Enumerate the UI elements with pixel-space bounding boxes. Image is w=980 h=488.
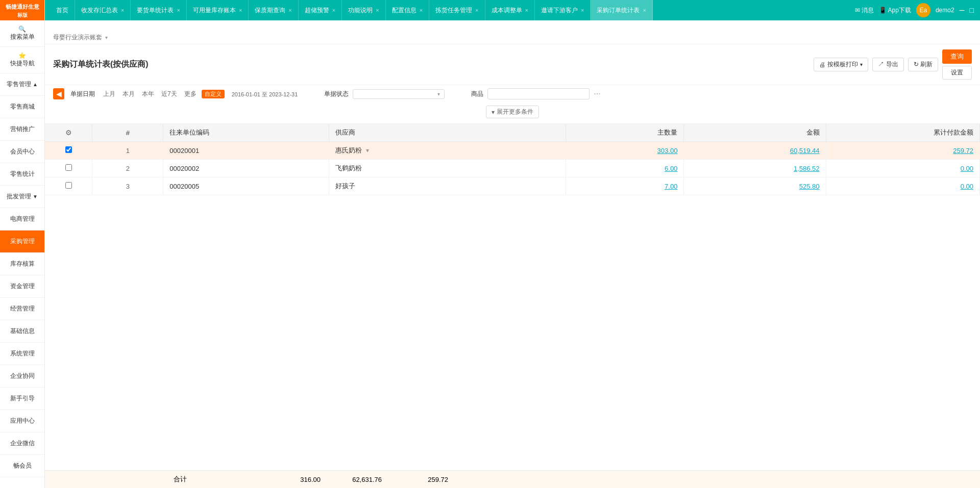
row-qty[interactable]: 6.00 [566,160,684,177]
minimize-icon[interactable]: ─ [960,6,965,14]
sidebar-item-search[interactable]: 🔍 搜索菜单 [0,20,44,47]
sidebar-item-ecommerce[interactable]: 电商管理 [0,208,44,230]
sidebar-item-system[interactable]: 系统管理 [0,343,44,365]
close-icon-expiry-query[interactable]: × [288,7,291,13]
close-icon-collect-pay[interactable]: × [121,7,124,13]
status-filter-label: 单据状态 [324,90,349,98]
row-check-input[interactable] [65,164,72,171]
row-amount[interactable]: 1,586.52 [684,160,826,177]
sidebar-item-enterprise-wechat[interactable]: 企业微信 [0,432,44,455]
close-icon-config-info[interactable]: × [420,7,423,13]
sidebar-item-retail-stats[interactable]: 零售统计 [0,163,44,186]
query-btn[interactable]: 查询 [942,49,972,64]
user-avatar[interactable]: Ea [916,3,930,17]
tab-collect-pay[interactable]: 收发存汇总表 × [75,0,131,20]
table-row[interactable]: 2 00020002 飞鹤奶粉 6.00 1,586.52 0.00 [45,160,980,177]
row-check-input[interactable] [65,146,72,153]
sidebar-item-retail-mgmt[interactable]: 零售管理 ▲ [0,73,44,96]
goods-input[interactable] [487,88,590,99]
close-icon-purchase-stats[interactable]: × [643,7,646,13]
row-paid[interactable]: 259.72 [826,142,979,160]
row-amount[interactable]: 60,519.44 [684,142,826,160]
sidebar-item-enterprise-collab[interactable]: 企业协同 [0,365,44,388]
close-icon-function-desc[interactable]: × [376,7,379,13]
date-option-this-month[interactable]: 本月 [120,89,137,99]
close-icon-cost-adjust[interactable]: × [525,7,528,13]
row-checkbox[interactable] [45,142,92,160]
sidebar-item-new-guide[interactable]: 新手引导 [0,388,44,410]
sidebar-item-marketing[interactable]: 营销推广 [0,118,44,141]
close-icon-available-stock[interactable]: × [239,7,242,13]
collapse-btn[interactable]: ◀ [53,88,64,99]
row-check-input[interactable] [65,182,72,189]
sidebar-item-operations[interactable]: 经营管理 [0,298,44,320]
tab-expiry-query[interactable]: 保质期查询 × [249,0,298,20]
tab-home[interactable]: 首页 [50,0,75,20]
sidebar-item-app-center[interactable]: 应用中心 [0,410,44,432]
sidebar-item-wholesale[interactable]: 批发管理 ▼ [0,186,44,208]
date-option-more[interactable]: 更多 [182,89,199,99]
close-icon-goods-stats[interactable]: × [177,7,180,13]
sidebar-item-finance[interactable]: 资金管理 [0,275,44,298]
message-btn[interactable]: ✉ 消息 [855,6,874,15]
row-supplier[interactable]: 惠氏奶粉 ▾ [329,142,566,160]
close-icon-picking-task[interactable]: × [475,7,478,13]
sidebar-item-member[interactable]: 会员中心 [0,141,44,163]
table-row[interactable]: 3 00020005 好孩子 7.00 525.80 0.00 [45,177,980,195]
tab-cost-adjust[interactable]: 成本调整单 × [485,0,535,20]
custom-date-badge[interactable]: 自定义 [202,90,225,98]
sidebar-item-quick-nav[interactable]: ⭐ 快捷导航 [0,47,44,73]
app-download-btn[interactable]: 📱 App下载 [879,6,911,15]
date-option-last-7-days[interactable]: 近7天 [159,89,179,99]
tab-picking-task[interactable]: 拣货任务管理 × [429,0,485,20]
tab-config-info[interactable]: 配置信息 × [386,0,429,20]
row-checkbox[interactable] [45,160,92,177]
expand-filters-btn[interactable]: ▾ 展开更多条件 [486,106,539,118]
row-amount[interactable]: 525.80 [684,177,826,195]
template-print-btn[interactable]: 🖨 按模板打印 ▾ [814,58,868,71]
date-range-value: 2016-01-01 至 2023-12-31 [232,91,298,98]
col-gear[interactable]: ⚙ [45,124,92,142]
refresh-btn[interactable]: ↻ 刷新 [908,58,938,71]
tab-purchase-stats[interactable]: 采购订单统计表 × [591,0,652,20]
sidebar-item-member2[interactable]: 畅会员 [0,455,44,477]
status-select[interactable]: ▾ [353,89,445,99]
workspace-arrow[interactable]: ▾ [105,35,108,40]
close-icon-invite-downstream[interactable]: × [581,7,584,13]
row-supplier[interactable]: 好孩子 [329,177,566,195]
tab-overstock[interactable]: 超储预警 × [299,0,342,20]
goods-more-icon[interactable]: ··· [594,89,600,98]
filter-bar: ◀ 单据日期 上月 本月 本年 近7天 更多 自定义 2016-01-01 至 … [45,85,980,124]
sidebar-item-inventory[interactable]: 库存核算 [0,253,44,275]
date-option-last-month[interactable]: 上月 [101,89,117,99]
export-btn[interactable]: ↗ 导出 [872,58,903,71]
row-index: 1 [92,142,163,160]
row-paid[interactable]: 0.00 [826,160,979,177]
close-icon-overstock[interactable]: × [332,7,335,13]
tab-available-stock[interactable]: 可用量库存账本 × [187,0,249,20]
workspace-label[interactable]: 母婴行业演示账套 [53,33,102,42]
message-label: 消息 [862,6,874,15]
page-title: 采购订单统计表(按供应商) [53,59,149,70]
tab-label-collect-pay: 收发存汇总表 [81,6,118,15]
table-gear-icon[interactable]: ⚙ [65,129,72,137]
chevron-down-icon: ▲ [33,82,38,87]
settings-btn[interactable]: 设置 [942,66,972,80]
table-row[interactable]: 1 00020001 惠氏奶粉 ▾ 303.00 60,519.44 259.7… [45,142,980,160]
tab-invite-downstream[interactable]: 邀请下游客户 × [535,0,591,20]
sidebar-item-basic-info[interactable]: 基础信息 [0,320,44,343]
sidebar-item-retail-mall[interactable]: 零售商城 [0,96,44,118]
settings-label: 设置 [951,69,963,76]
row-qty[interactable]: 303.00 [566,142,684,160]
row-paid[interactable]: 0.00 [826,177,979,195]
maximize-icon[interactable]: □ [970,6,974,14]
date-option-this-year[interactable]: 本年 [140,89,156,99]
tab-goods-stats[interactable]: 要货单统计表 × [131,0,186,20]
avatar-initial: Ea [920,7,927,14]
row-supplier[interactable]: 飞鹤奶粉 [329,160,566,177]
username[interactable]: demo2 [936,7,954,14]
sidebar-item-purchase-mgmt[interactable]: 采购管理 [0,230,44,253]
tab-function-desc[interactable]: 功能说明 × [342,0,385,20]
row-checkbox[interactable] [45,177,92,195]
row-qty[interactable]: 7.00 [566,177,684,195]
